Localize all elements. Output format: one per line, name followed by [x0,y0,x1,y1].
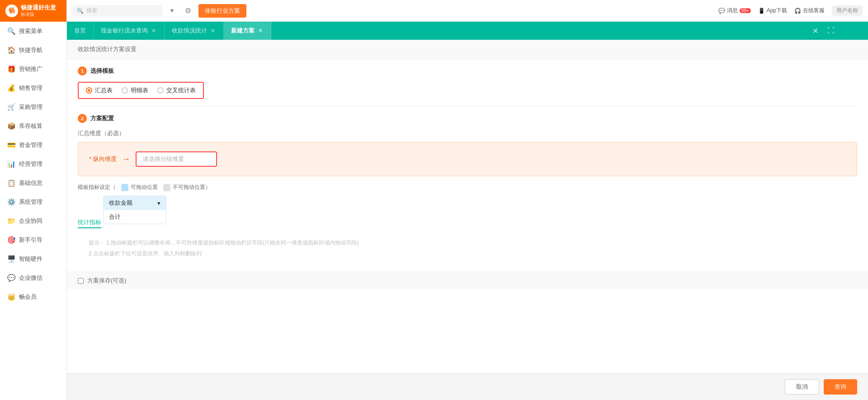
save-plan-checkbox[interactable] [78,278,84,284]
quick-nav-icon: 🏠 [7,46,15,54]
sidebar-item-inventory[interactable]: 📦 库存核算 [0,117,66,136]
notification-label: 消息 [727,7,738,14]
sidebar-item-label: 企业微信 [19,274,42,282]
sidebar-item-label: 销售管理 [19,84,42,92]
tip-text-1: 提示： 1.拖动标题栏可以调整布局，不可跨维度或指标区域拖动栏目字段(只能在同一… [89,237,359,248]
header-search-box[interactable]: 🔍 搜索 [72,5,163,16]
stats-table-header[interactable]: 收款金额 ▾ [104,196,166,210]
save-plan-label: 方案保存(可选) [87,277,127,285]
logo-title: 畅捷通好生意 [21,4,56,11]
arrow-right-icon: → [122,155,130,164]
sidebar-item-finance[interactable]: 💳 资金管理 [0,136,66,155]
sidebar-item-sales[interactable]: 💰 销售管理 [0,79,66,98]
section-template: 1 选择模板 汇总表 明细表 交叉统计表 [67,59,868,106]
member-icon: 👑 [7,293,15,301]
tab-home-label: 首页 [74,27,86,35]
notification-btn[interactable]: 💬 消息 99+ [718,7,751,14]
download-icon: 📱 [758,8,765,14]
smart-hw-icon: 🖥️ [7,255,15,263]
tab-bank-flow-close[interactable]: ✕ [151,28,157,34]
radio-cross[interactable]: 交叉统计表 [157,86,196,94]
enterprise-collab-icon: 📁 [7,217,15,225]
page-content: 收款情况统计方案设置 1 选择模板 汇总表 明细表 [67,40,868,373]
app-download-label: App下载 [767,7,787,14]
sidebar-item-label: 库存核算 [19,122,42,130]
indicators-section: 模板指标设定（ 可拖动位置 不可拖动位置） 统计指标 收款金 [78,184,857,232]
section2-num: 2 [78,114,87,123]
tab-home[interactable]: 首页 [67,22,94,40]
tip-line-2: 2.点击标题栏下拉可设置排序、插入列和删除列 [89,248,846,259]
basic-info-icon: 📋 [7,179,15,187]
sidebar-item-enterprise-wechat[interactable]: 💬 企业微信 [0,268,66,287]
sidebar-item-marketing[interactable]: 🎁 营销推广 [0,60,66,79]
stats-table-row: 合计 [104,210,166,224]
tabs-bar: 首页 现金银行流水查询 ✕ 收款情况统计 ✕ 新建方案 ✕ ✕ ⛶ [67,22,868,40]
sidebar-item-operations[interactable]: 📊 经营管理 [0,155,66,174]
indicators-hint-row: 模板指标设定（ 可拖动位置 不可拖动位置） [78,184,857,191]
sales-icon: 💰 [7,84,15,92]
sidebar-logo: 畅 畅捷通好生意 标准版 [0,0,66,22]
sidebar-item-member[interactable]: 👑 畅会员 [0,287,66,306]
tab-receipt-stats[interactable]: 收款情况统计 ✕ [165,22,224,40]
tab-new-plan-close[interactable]: ✕ [257,28,264,34]
message-icon: 💬 [718,8,725,14]
dimension-row: * 纵向维度 → 请选择分组维度 [89,151,846,167]
tab-bank-flow[interactable]: 现金银行流水查询 ✕ [94,22,165,40]
sidebar-item-search-menu[interactable]: 🔍 搜索菜单 [0,22,66,41]
section2-title: 2 方案配置 [78,114,857,123]
gear-icon[interactable]: ⚙ [181,5,195,17]
radio-detail[interactable]: 明细表 [122,86,148,94]
trial-button[interactable]: 体验行业方案 [198,4,246,18]
non-draggable-color-box [163,184,170,191]
sidebar-item-label: 搜索菜单 [19,27,42,35]
header-right: 💬 消息 99+ 📱 App下载 🎧 在线客服 用户名称 [718,5,863,16]
tab-receipt-stats-close[interactable]: ✕ [210,28,216,34]
sidebar-item-quick-nav[interactable]: 🏠 快捷导航 [0,41,66,60]
header: 🔍 搜索 ▼ ⚙ 体验行业方案 💬 消息 99+ 📱 App下载 🎧 在线客服 … [67,0,868,22]
newcomer-icon: 🎯 [7,236,15,244]
sidebar-item-smart-hw[interactable]: 🖥️ 智能硬件 [0,249,66,268]
sidebar-item-newcomer[interactable]: 🎯 新手引导 [0,231,66,249]
radio-summary[interactable]: 汇总表 [86,86,113,94]
page-breadcrumb: 收款情况统计方案设置 [67,40,868,59]
online-support-btn[interactable]: 🎧 在线客服 [794,7,825,14]
query-button[interactable]: 查询 [824,379,857,395]
section1-num: 1 [78,66,87,75]
tip-area: 提示： 1.拖动标题栏可以调整布局，不可跨维度或指标区域拖动栏目字段(只能在同一… [78,232,857,264]
sidebar-nav: 🔍 搜索菜单 🏠 快捷导航 🎁 营销推广 💰 销售管理 🛒 采购管理 📦 库存核… [0,22,66,400]
radio-cross-circle [157,87,164,94]
sidebar-item-label: 基础信息 [19,179,42,187]
draggable-hint-label: 可拖动位置 [131,184,158,191]
sidebar-item-system[interactable]: ⚙️ 系统管理 [0,193,66,212]
sidebar-item-label: 畅会员 [19,293,37,301]
sidebar-item-label: 资金管理 [19,141,42,149]
user-info[interactable]: 用户名称 [832,5,863,16]
sidebar-item-basic-info[interactable]: 📋 基础信息 [0,174,66,193]
indicators-label-text: 模板指标设定（ [78,184,116,191]
draggable-hint: 可拖动位置 [121,184,158,191]
radio-cross-label: 交叉统计表 [166,86,196,94]
sidebar-item-enterprise-collab[interactable]: 📁 企业协同 [0,212,66,231]
header-dropdown-btn[interactable]: ▼ [166,5,178,16]
sidebar-item-label: 采购管理 [19,103,42,111]
close-window-btn[interactable]: ✕ [810,26,821,36]
main-area: 🔍 搜索 ▼ ⚙ 体验行业方案 💬 消息 99+ 📱 App下载 🎧 在线客服 … [67,0,868,400]
maximize-window-btn[interactable]: ⛶ [825,26,837,36]
section2-label: 方案配置 [90,114,114,122]
cancel-button[interactable]: 取消 [785,379,819,395]
section1-title: 1 选择模板 [78,66,857,75]
app-download-btn[interactable]: 📱 App下载 [758,7,787,14]
dimension-dropdown[interactable]: 请选择分组维度 [136,151,217,167]
tip-text-2: 2.点击标题栏下拉可设置排序、插入列和删除列 [89,248,202,259]
non-draggable-hint-label: 不可拖动位置） [173,184,211,191]
sidebar-item-purchase[interactable]: 🛒 采购管理 [0,98,66,117]
sidebar-item-label: 新手引导 [19,236,42,244]
sidebar: 畅 畅捷通好生意 标准版 🔍 搜索菜单 🏠 快捷导航 🎁 营销推广 💰 销售管理… [0,0,67,400]
tab-new-plan[interactable]: 新建方案 ✕ [224,22,271,40]
dimension-area: * 纵向维度 → 请选择分组维度 [78,142,857,176]
breadcrumb-text: 收款情况统计方案设置 [78,46,137,52]
radio-summary-circle [86,87,92,94]
tip-line-1: 提示： 1.拖动标题栏可以调整布局，不可跨维度或指标区域拖动栏目字段(只能在同一… [89,237,846,248]
notification-badge: 99+ [740,8,751,13]
search-placeholder-text: 搜索 [86,7,97,14]
